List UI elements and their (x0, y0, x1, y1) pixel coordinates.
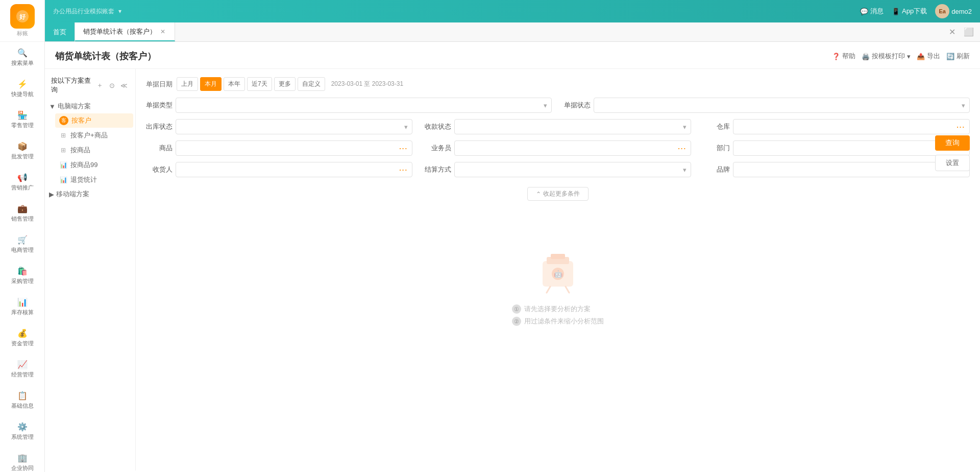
refresh-btn[interactable]: 🔄 刷新 (946, 52, 970, 61)
return-stats-icon: 📊 (59, 176, 67, 184)
query-buttons: 查询 设置 (935, 135, 970, 171)
window-maximize-btn[interactable]: ⬜ (962, 25, 976, 39)
app-download-btn[interactable]: 📱 App下载 (892, 7, 927, 16)
sidebar-item-sales-mgmt[interactable]: 💼 销售管理 (0, 198, 44, 229)
warehouse-input[interactable]: ··· (733, 119, 970, 134)
scheme-by-customer-product[interactable]: ⊞ 按客户+商品 (55, 128, 133, 143)
by-product-label: 按商品 (70, 146, 90, 155)
add-scheme-btn[interactable]: ＋ (94, 80, 105, 90)
right-panel-wrapper: 单据日期 上月 本月 本年 近7天 更多 自定义 2023-03-01 至 20… (136, 69, 980, 470)
tab-close-btn[interactable]: ✕ (159, 27, 166, 36)
help-label: 帮助 (842, 52, 855, 61)
user-avatar: Ea (935, 4, 949, 18)
inventory-icon: 📊 (17, 297, 28, 307)
sidebar-item-operations[interactable]: 📈 经营管理 (0, 353, 44, 385)
scheme-by-product[interactable]: ⊞ 按商品 (55, 143, 133, 157)
window-close-btn[interactable]: ✕ (947, 25, 958, 39)
warehouse-label: 仓库 (703, 122, 730, 131)
query-btn[interactable]: 查询 (935, 135, 970, 151)
sidebar-item-quick-nav[interactable]: ⚡ 快捷导航 (0, 73, 44, 104)
message-icon: 💬 (860, 8, 868, 15)
tab-bar: 首页 销货单统计表（按客户） ✕ ✕ ⬜ (45, 22, 980, 42)
doc-status-label: 单据状态 (564, 101, 591, 110)
tab-home[interactable]: 首页 (45, 22, 75, 41)
mobile-schemes-label: 移动端方案 (56, 190, 89, 199)
sidebar-item-retail-mgmt[interactable]: 🏪 零售管理 (0, 104, 44, 135)
right-panel: 单据日期 上月 本月 本年 近7天 更多 自定义 2023-03-01 至 20… (136, 69, 980, 365)
ecom-mgmt-icon: 🛒 (17, 235, 28, 245)
date-btn-custom[interactable]: 自定义 (298, 77, 325, 91)
print-template-btn[interactable]: 🖨️ 按模板打印 ▾ (862, 52, 911, 61)
collapse-panel-btn[interactable]: ≪ (119, 80, 129, 90)
tip-1-text: 请先选择要分析的方案 (524, 304, 591, 314)
sidebar-item-ecom-mgmt[interactable]: 🛒 电商管理 (0, 229, 44, 260)
export-btn[interactable]: 📤 导出 (917, 52, 940, 61)
date-btn-this-year[interactable]: 本年 (224, 77, 245, 91)
by-customer-product-label: 按客户+商品 (70, 131, 108, 140)
user-menu[interactable]: Ea demo2 (935, 4, 972, 18)
settings-btn[interactable]: 设置 (935, 155, 970, 171)
finance-label: 资金管理 (11, 340, 34, 347)
department-input[interactable]: ▾ (733, 140, 970, 156)
header-right: 💬 消息 📱 App下载 Ea demo2 (860, 4, 972, 18)
sidebar-item-wholesale-mgmt[interactable]: 📦 批发管理 (0, 135, 44, 167)
payment-label: 收款状态 (425, 122, 451, 131)
sidebar-item-search-menu[interactable]: 🔍 搜索菜单 (0, 42, 44, 73)
scheme-return-stats[interactable]: 📊 退货统计 (55, 173, 133, 187)
message-btn[interactable]: 💬 消息 (860, 7, 884, 16)
date-btn-7days[interactable]: 近7天 (247, 77, 272, 91)
salesperson-input[interactable]: ··· (454, 140, 691, 156)
settlement-label: 结算方式 (425, 165, 451, 174)
date-btn-this-month[interactable]: 本月 (200, 77, 222, 91)
top-header: 办公用品行业模拟账套 ▾ 💬 消息 📱 App下载 Ea demo2 (45, 0, 980, 22)
payment-input[interactable]: ▾ (454, 119, 691, 134)
filter-department: 部门 ▾ (703, 140, 970, 156)
doc-status-input[interactable]: ▾ (594, 98, 970, 113)
purchase-mgmt-icon: 🛍️ (17, 266, 28, 276)
sidebar-item-finance[interactable]: 💰 资金管理 (0, 322, 44, 353)
left-panel-title: 按以下方案查询 (51, 76, 94, 95)
filter-row-4: 收货人 ··· 结算方式 ▾ (146, 161, 970, 178)
scheme-by-customer[interactable]: 客 按客户 (55, 113, 133, 128)
sidebar-item-basic-info[interactable]: 📋 基础信息 (0, 385, 44, 416)
sidebar-item-marketing[interactable]: 📢 营销推广 (0, 167, 44, 198)
sidebar-item-purchase-mgmt[interactable]: 🛍️ 采购管理 (0, 260, 44, 291)
settings-scheme-btn[interactable]: ⊙ (107, 80, 117, 90)
mobile-schemes-header[interactable]: ▶ 移动端方案 (45, 187, 135, 201)
tab-sales-stat[interactable]: 销货单统计表（按客户） ✕ (75, 22, 175, 41)
department-label: 部门 (703, 144, 730, 153)
settlement-input[interactable]: ▾ (454, 162, 691, 177)
sidebar-item-inventory[interactable]: 📊 库存核算 (0, 291, 44, 322)
quick-nav-icon: ⚡ (17, 79, 28, 89)
product-input[interactable]: ··· (176, 140, 412, 156)
wholesale-mgmt-icon: 📦 (17, 141, 28, 151)
collapse-bar: ⌃ 收起更多条件 (146, 183, 970, 205)
date-btn-more[interactable]: 更多 (274, 77, 296, 91)
doc-type-input[interactable]: ▾ (176, 98, 552, 113)
doc-type-chevron: ▾ (544, 102, 547, 109)
app-icon: 📱 (892, 8, 900, 15)
tip-1: ① 请先选择要分析的方案 (512, 304, 604, 314)
dropdown-icon[interactable]: ▾ (118, 8, 121, 15)
outbound-input[interactable]: ▾ (176, 119, 412, 134)
collapse-btn[interactable]: ⌃ 收起更多条件 (527, 187, 589, 201)
left-panel-header: 按以下方案查询 ＋ ⊙ ≪ (45, 73, 135, 98)
scheme-by-product-99[interactable]: 📊 按商品99 (55, 158, 133, 172)
by-customer-label: 按客户 (71, 116, 91, 125)
filter-payment-status: 收款状态 ▾ (425, 119, 691, 135)
date-btn-last-month[interactable]: 上月 (177, 77, 198, 91)
filter-receiver: 收货人 ··· (146, 161, 412, 178)
product-dots: ··· (399, 145, 408, 152)
retail-mgmt-label: 零售管理 (11, 122, 34, 129)
pc-schemes-header[interactable]: ▼ 电脑端方案 (45, 100, 135, 113)
sales-mgmt-icon: 💼 (17, 204, 28, 214)
doc-type-label: 单据类型 (146, 101, 173, 110)
tip-num-2: ② (512, 317, 521, 326)
help-btn[interactable]: ❓ 帮助 (832, 52, 855, 61)
collapse-arrow-mobile: ▶ (49, 191, 54, 198)
brand-input[interactable]: ··· (733, 162, 970, 177)
sidebar-item-enterprise[interactable]: 🏢 企业协同 (0, 447, 44, 472)
sidebar-item-system-mgmt[interactable]: ⚙️ 系统管理 (0, 416, 44, 447)
filter-doc-status: 单据状态 ▾ (564, 97, 970, 113)
receiver-input[interactable]: ··· (176, 162, 412, 177)
